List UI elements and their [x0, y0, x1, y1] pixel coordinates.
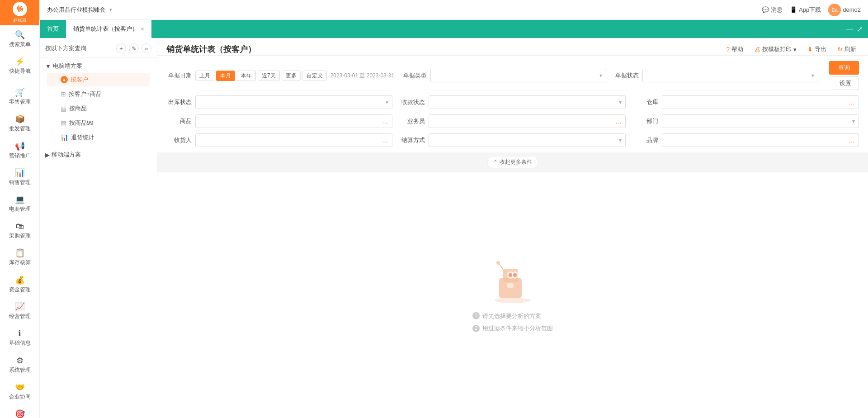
salesman-label: 业务员: [400, 117, 425, 125]
sidebar-item-retail[interactable]: 🛒 零售管理: [0, 83, 40, 109]
salesman-dots[interactable]: …: [615, 118, 622, 125]
tab-close-button[interactable]: ×: [141, 25, 144, 33]
dept-select[interactable]: ▾: [662, 114, 859, 128]
scheme-item-by-goods99[interactable]: ▦ 按商品99: [47, 116, 150, 130]
sidebar-item-sales[interactable]: 📊 销售管理: [0, 163, 40, 190]
user-menu[interactable]: Ea demo2: [828, 4, 861, 16]
refresh-button[interactable]: ↻ 刷新: [835, 43, 859, 55]
empty-tip-2: 2 用过滤条件来缩小分析范围: [472, 323, 553, 333]
date-btn-more[interactable]: 更多: [282, 71, 301, 81]
help-button[interactable]: ? 帮助: [723, 43, 746, 55]
sidebar-item-label: 企业协同: [9, 394, 31, 400]
doc-type-select[interactable]: ▾: [430, 69, 606, 82]
main-area: 办公用品行业模拟账套 ▾ 💬 消息 📱 App下载 Ea demo2 首页: [40, 0, 868, 418]
header-right: 💬 消息 📱 App下载 Ea demo2: [762, 4, 861, 16]
scheme-item-by-customer-goods[interactable]: ⊞ 按客户+商品: [47, 87, 150, 101]
svg-point-6: [513, 273, 517, 277]
sidebar-item-basic-info[interactable]: ℹ 基础信息: [0, 324, 40, 351]
date-btn-custom[interactable]: 自定义: [302, 71, 327, 81]
cooperation-icon: 🤝: [15, 382, 25, 392]
content-area: 按以下方案查询 + ✎ « ▼ 电脑端方案: [40, 38, 868, 418]
sidebar-item-label: 销售管理: [9, 179, 31, 185]
sidebar-item-ecommerce[interactable]: 💻 电商管理: [0, 190, 40, 217]
salesman-input[interactable]: …: [429, 114, 626, 128]
scheme-category-header-desktop[interactable]: ▼ 电脑端方案: [45, 60, 151, 72]
tab-minimize-button[interactable]: —: [846, 25, 853, 33]
sidebar-item-marketing[interactable]: 📢 营销推广: [0, 137, 40, 163]
warehouse-label: 仓库: [633, 98, 658, 106]
doc-status-select[interactable]: ▾: [642, 69, 818, 82]
sidebar-item-label: 搜索菜单: [9, 41, 31, 48]
sidebar-item-wholesale[interactable]: 📦 批发管理: [0, 109, 40, 136]
warehouse-dots[interactable]: …: [849, 99, 855, 106]
filter-area: 单据日期 上月 本月 本年 近7天 更多 自定义 2023-03-01 至 20…: [157, 56, 868, 152]
scheme-item-return-stats[interactable]: 📊 退货统计: [47, 131, 150, 144]
date-btn-this-month[interactable]: 本月: [216, 71, 235, 81]
scheme-item-label: 按商品99: [69, 119, 93, 127]
scheme-item-by-customer[interactable]: ● 按客户: [47, 73, 150, 86]
scheme-collapse-button[interactable]: «: [142, 43, 151, 53]
sidebar-item-system[interactable]: ⚙ 系统管理: [0, 351, 40, 378]
sidebar-item-label: 电商管理: [9, 206, 31, 212]
filter-settlement-col: 结算方式 ▾: [400, 133, 626, 147]
query-actions: 查询 设置: [826, 61, 859, 90]
collapse-icon: ⌃: [493, 159, 498, 166]
purchase-icon: 🛍: [16, 222, 24, 231]
page-title-row: 销货单统计表（按客户） ? 帮助 🖨 按模板打印 ▾: [166, 43, 859, 55]
receiver-dots[interactable]: …: [382, 137, 388, 144]
newbie-icon: 🎯: [15, 409, 25, 418]
collapse-label: 收起更多条件: [500, 158, 532, 166]
brand-dots[interactable]: …: [849, 137, 855, 144]
scheme-mobile-category[interactable]: ▶ 移动端方案: [40, 148, 157, 162]
sidebar-item-inventory[interactable]: 📋 库存核算: [0, 243, 40, 270]
sidebar-item-label: 经营管理: [9, 313, 31, 319]
out-status-select[interactable]: ▾: [195, 95, 392, 109]
marketing-icon: 📢: [15, 141, 25, 151]
sidebar: 畅 标账版 🔍 搜索菜单 ⚡ 快捷导航 🛒 零售管理 📦 批发管理 📢 营销推广…: [0, 0, 40, 418]
goods-dots[interactable]: …: [382, 118, 388, 125]
sidebar-item-operation[interactable]: 📈 经营管理: [0, 297, 40, 324]
edit-icon: ✎: [132, 45, 137, 52]
collapse-icon: «: [145, 45, 148, 52]
tab-maximize-button[interactable]: ⤢: [857, 25, 863, 33]
settlement-select[interactable]: ▾: [429, 133, 626, 147]
print-icon: 🖨: [754, 46, 760, 53]
sidebar-item-newbie[interactable]: 🎯 新手引导: [0, 404, 40, 418]
scheme-add-button[interactable]: +: [116, 43, 126, 53]
message-button[interactable]: 💬 消息: [762, 6, 783, 14]
sidebar-item-finance[interactable]: 💰 资金管理: [0, 271, 40, 297]
receiver-input[interactable]: …: [195, 133, 392, 147]
sidebar-item-cooperation[interactable]: 🤝 企业协同: [0, 378, 40, 404]
goods-label: 商品: [166, 117, 192, 125]
filter-row-3: 商品 … 业务员 … 部门: [166, 114, 859, 128]
sidebar-item-purchase[interactable]: 🛍 采购管理: [0, 217, 40, 243]
scheme-item-by-goods[interactable]: ▦ 按商品: [47, 102, 150, 115]
date-btn-last-7days[interactable]: 近7天: [258, 71, 280, 81]
tip-num-2: 2: [472, 325, 480, 332]
app-download-button[interactable]: 📱 App下载: [790, 6, 821, 14]
mobile-category-arrow: ▶: [45, 152, 50, 158]
payment-status-select[interactable]: ▾: [429, 95, 626, 109]
goods-input[interactable]: …: [195, 114, 392, 128]
filter-payment-status-col: 收款状态 ▾: [400, 95, 626, 109]
query-button[interactable]: 查询: [829, 61, 859, 75]
sidebar-item-quick-nav[interactable]: ⚡ 快捷导航: [0, 52, 40, 79]
payment-status-label: 收款状态: [400, 98, 425, 106]
warehouse-input[interactable]: …: [662, 95, 859, 109]
sidebar-item-search[interactable]: 🔍 搜索菜单: [0, 25, 40, 52]
tab-active[interactable]: 销货单统计表（按客户） ×: [66, 20, 151, 38]
sales-icon: 📊: [15, 168, 25, 178]
tab-home[interactable]: 首页: [40, 20, 66, 38]
help-label: 帮助: [731, 45, 743, 53]
print-button[interactable]: 🖨 按模板打印 ▾: [751, 43, 799, 55]
settings-button[interactable]: 设置: [832, 76, 859, 90]
date-btn-this-year[interactable]: 本年: [237, 71, 256, 81]
header-dropdown-icon[interactable]: ▾: [109, 7, 112, 13]
brand-input[interactable]: …: [662, 133, 859, 147]
scheme-edit-button[interactable]: ✎: [129, 43, 139, 53]
date-btn-last-month[interactable]: 上月: [195, 71, 214, 81]
collapse-button[interactable]: ⌃ 收起更多条件: [487, 156, 538, 168]
tab-bar-actions: — ⤢: [846, 25, 868, 33]
filter-row-4: 收货人 … 结算方式 ▾: [166, 133, 859, 147]
export-button[interactable]: ⬇ 导出: [805, 43, 829, 55]
